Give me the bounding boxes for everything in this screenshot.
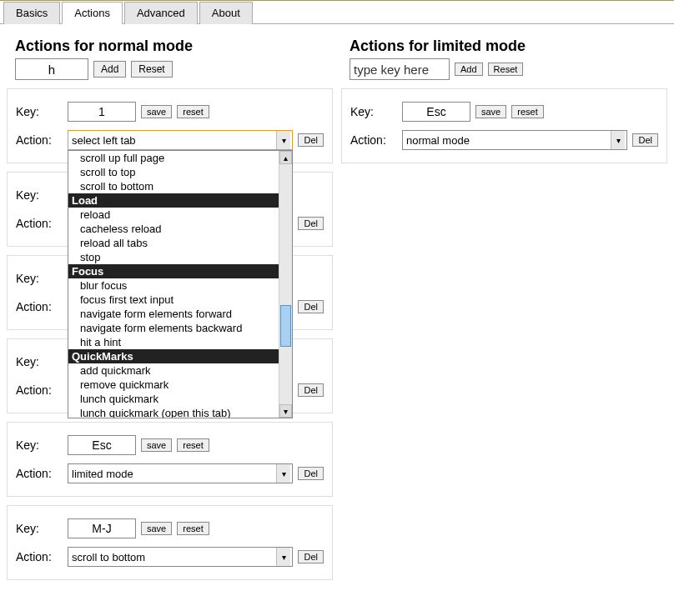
tab-bar: Basics Actions Advanced About (0, 0, 674, 24)
delete-button[interactable]: Del (298, 383, 324, 397)
dropdown-scrollbar[interactable]: ▴▾ (279, 151, 292, 418)
limited-new-key-input[interactable] (350, 58, 450, 80)
action-label: Action: (16, 133, 68, 147)
dropdown-item[interactable]: lunch quickmark (open this tab) (68, 406, 292, 418)
dropdown-item[interactable]: navigate form elements forward (68, 307, 292, 321)
key-field[interactable] (68, 102, 136, 122)
key-label: Key: (16, 522, 68, 535)
key-label: Key: (16, 105, 68, 118)
reset-button[interactable]: reset (511, 105, 543, 118)
normal-mode-column: Actions for normal mode Add Reset Key:sa… (7, 29, 333, 588)
delete-button[interactable]: Del (298, 550, 324, 563)
normal-new-key-input[interactable] (15, 58, 88, 80)
delete-button[interactable]: Del (632, 133, 658, 147)
reset-button[interactable]: reset (177, 522, 209, 535)
action-select[interactable]: scroll to bottom (68, 547, 293, 567)
dropdown-item[interactable]: scroll to top (68, 165, 292, 179)
action-label: Action: (16, 383, 68, 397)
tab-basics[interactable]: Basics (3, 2, 60, 24)
key-field[interactable] (68, 518, 136, 538)
save-button[interactable]: save (475, 105, 506, 118)
limited-entry: Key:saveresetAction:normal modeDel (341, 88, 667, 163)
delete-button[interactable]: Del (298, 217, 324, 230)
action-label: Action: (16, 550, 68, 563)
dropdown-item[interactable]: lunch quickmark (68, 392, 292, 406)
dropdown-item[interactable]: blur focus (68, 278, 292, 293)
delete-button[interactable]: Del (298, 467, 324, 480)
normal-add-button[interactable]: Add (93, 61, 126, 78)
reset-button[interactable]: reset (177, 105, 209, 118)
save-button[interactable]: save (141, 105, 172, 118)
save-button[interactable]: save (141, 438, 172, 452)
limited-heading: Actions for limited mode (350, 38, 667, 55)
action-label: Action: (350, 133, 402, 147)
key-field[interactable] (68, 435, 136, 455)
normal-heading: Actions for normal mode (15, 38, 333, 55)
limited-add-button[interactable]: Add (455, 63, 483, 76)
key-field[interactable] (402, 102, 470, 122)
dropdown-group: QuickMarks (68, 349, 292, 363)
key-label: Key: (16, 438, 68, 452)
action-label: Action: (16, 300, 68, 313)
scroll-down-icon[interactable]: ▾ (279, 404, 292, 418)
reset-button[interactable]: reset (177, 438, 209, 452)
action-label: Action: (16, 467, 68, 480)
dropdown-group: Load (68, 193, 292, 208)
action-dropdown-popup: scroll up full pagescroll to topscroll t… (68, 150, 293, 418)
tab-advanced[interactable]: Advanced (124, 2, 198, 24)
dropdown-item[interactable]: navigate form elements backward (68, 321, 292, 335)
key-label: Key: (16, 355, 68, 368)
normal-entry: Key:saveresetAction:limited modeDel (7, 422, 333, 497)
scroll-up-icon[interactable]: ▴ (279, 151, 292, 164)
dropdown-item[interactable]: focus first text input (68, 293, 292, 307)
delete-button[interactable]: Del (298, 133, 324, 147)
scroll-thumb[interactable] (280, 305, 291, 347)
tab-about[interactable]: About (199, 2, 253, 24)
dropdown-item[interactable]: reload (68, 208, 292, 222)
dropdown-item[interactable]: remove quickmark (68, 378, 292, 392)
dropdown-item[interactable]: cacheless reload (68, 222, 292, 236)
dropdown-item[interactable]: stop (68, 250, 292, 264)
dropdown-item[interactable]: scroll up full page (68, 151, 292, 165)
limited-mode-column: Actions for limited mode Add Reset Key:s… (341, 29, 667, 588)
action-select[interactable]: select left tab (68, 130, 293, 150)
action-label: Action: (16, 217, 68, 230)
dropdown-item[interactable]: reload all tabs (68, 236, 292, 250)
normal-entry: Key:saveresetAction:select left tabscrol… (7, 88, 333, 163)
action-select[interactable]: limited mode (68, 463, 293, 483)
normal-reset-button[interactable]: Reset (131, 61, 172, 78)
tab-actions[interactable]: Actions (62, 2, 123, 24)
action-select[interactable]: normal mode (402, 130, 627, 150)
key-label: Key: (350, 105, 402, 118)
save-button[interactable]: save (141, 522, 172, 535)
dropdown-item[interactable]: hit a hint (68, 335, 292, 349)
delete-button[interactable]: Del (298, 300, 324, 313)
limited-reset-button[interactable]: Reset (488, 63, 524, 76)
dropdown-item[interactable]: scroll to bottom (68, 179, 292, 193)
key-label: Key: (16, 188, 68, 202)
normal-entry: Key:saveresetAction:scroll to bottomDel (7, 505, 333, 580)
key-label: Key: (16, 272, 68, 285)
dropdown-group: Focus (68, 264, 292, 278)
dropdown-item[interactable]: add quickmark (68, 363, 292, 378)
